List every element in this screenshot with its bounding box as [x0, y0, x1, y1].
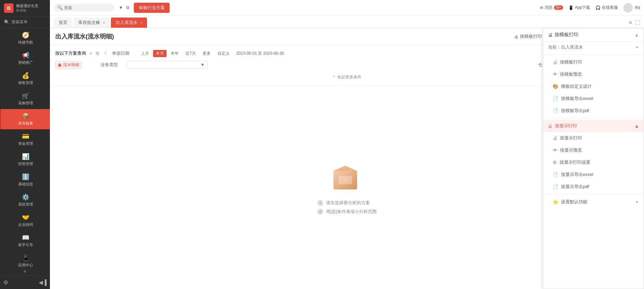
sidebar-item-app-center[interactable]: 📱 应用中心 [0, 251, 50, 267]
empty-illustration: ☆ [327, 161, 367, 194]
sidebar-item-operations[interactable]: 📊 经营管理 [0, 150, 50, 170]
top-header: 🔍 ▼ ⚙ 体验行业方案 ✉ 消息 99+ 📱 App下载 🎧 在线客服 Rit [50, 0, 644, 16]
header-search-bar[interactable]: 🔍 [54, 4, 115, 11]
dropdown-item-template-preview[interactable]: 👁 按模板预览 [543, 68, 644, 80]
dropdown-item-template-print[interactable]: 🖨 按模板打印 [543, 56, 644, 68]
tab-home[interactable]: 首页 [54, 18, 72, 28]
template-print-item-label: 按模板打印 [560, 59, 582, 65]
tab-flow[interactable]: 出入库流水 × [111, 18, 147, 28]
tab-batch-close[interactable]: × [103, 21, 105, 25]
tab-flow-close[interactable]: × [140, 21, 142, 25]
date-option-last-month[interactable]: 上月 [138, 50, 152, 57]
date-option-custom[interactable]: 自定义 [215, 50, 232, 57]
sidebar-item-marketing[interactable]: 📢 营销推广 [0, 48, 50, 69]
dropdown-title-label: 按模板打印 [555, 32, 578, 38]
biz-type-dropdown[interactable]: ▼ [127, 61, 208, 69]
dropdown-item-template-custom[interactable]: 🎨 模板自定义设计 [543, 80, 644, 93]
dropdown-item-display-print-settings[interactable]: ⚙ 按显示打印设置 [543, 156, 644, 168]
sidebar: B 畅捷通好生意 标准版 🔍 搜索菜单 🧭 快捷导航 📢 营销推广 💰 销售管理… [0, 0, 50, 289]
template-print-button[interactable]: 🖨 按模板打印 ▲ [514, 33, 547, 40]
sidebar-item-collab[interactable]: 🤝 企业协同 [0, 210, 50, 231]
filter-date-group: 单据日期 上月 本月 本年 近7天 更多 自定义 2023-06-01 至 20… [112, 50, 284, 57]
sidebar-settings-icon[interactable]: ⚙ [3, 279, 8, 286]
sidebar-item-sales[interactable]: 💰 销售管理 [0, 69, 50, 89]
app-download-icon: 📱 [568, 5, 574, 10]
header-gear-icon[interactable]: ⚙ [126, 5, 130, 10]
biz-type-label: 业务类型 [100, 62, 124, 68]
sidebar-item-finance[interactable]: 💳 资金管理 [0, 129, 50, 150]
template-print-item-icon: 🖨 [553, 59, 557, 65]
header-dropdown-icon[interactable]: ▼ [119, 5, 123, 10]
dropdown-section-display: 🖨 按显示打印 👁 按显示预览 ⚙ 按显示打印设置 📄 按显示导出excel 📄 [543, 132, 644, 193]
dropdown-section-default: ⭐ 设置默认功能 ▼ [543, 196, 644, 208]
tab-batch-account[interactable]: 库存批次账 × [74, 18, 110, 28]
display-excel-label: 按显示导出excel [561, 172, 593, 178]
dropdown-header: 🖨 按模板打印 ▲ [543, 28, 644, 42]
page-title: 出入库流水(流水明细) [55, 32, 114, 41]
template-print-label: 按模板打印 [520, 33, 542, 40]
dropdown-header-title: 🖨 按模板打印 [548, 32, 578, 38]
filter-gear-icon[interactable]: ⚙ [95, 51, 100, 56]
dropdown-item-set-default[interactable]: ⭐ 设置默认功能 ▼ [543, 196, 644, 208]
sidebar-item-label: 营销推广 [18, 60, 33, 65]
date-option-this-month[interactable]: 本月 [153, 50, 167, 57]
trial-button[interactable]: 体验行业方案 [134, 3, 170, 13]
dropdown-item-display-export-excel[interactable]: 📄 按显示导出excel [543, 168, 644, 181]
display-preview-icon: 👁 [553, 148, 557, 153]
date-option-this-year[interactable]: 本年 [168, 50, 181, 57]
filter-tag-label: 流水明细 [63, 62, 79, 68]
filter-tag-icon: ◉ [58, 62, 62, 68]
dropdown-item-display-preview[interactable]: 👁 按显示预览 [543, 144, 644, 156]
basic-icon: ℹ️ [22, 173, 29, 181]
dropdown-item-display-print[interactable]: 🖨 按显示打印 [543, 132, 644, 144]
sidebar-scroll-down[interactable]: ▼ [0, 267, 50, 275]
date-label: 单据日期 [112, 50, 136, 56]
sidebar-logo-info: 畅捷通好生意 标准版 [16, 3, 38, 13]
printer-icon: 🖨 [514, 34, 519, 39]
empty-svg: ☆ [327, 161, 367, 194]
tab-close-all-icon[interactable]: ✕ [628, 20, 633, 25]
display-settings-label: 按显示打印设置 [560, 159, 590, 165]
sidebar-item-purchase[interactable]: 🛒 采购管理 [0, 89, 50, 109]
dropdown-item-template-export-pdf[interactable]: 📄 按模板导出pdf [543, 105, 644, 117]
app-download-button[interactable]: 📱 App下载 [568, 5, 590, 10]
app-tag: 标准版 [16, 8, 38, 13]
sidebar-collapse-icon[interactable]: ◀▐ [39, 279, 47, 286]
filter-tag-flow[interactable]: ◉ 流水明细 [55, 61, 82, 69]
search-icon: 🔍 [4, 20, 9, 25]
display-settings-icon: ⚙ [553, 160, 557, 165]
date-option-more[interactable]: 更多 [200, 50, 213, 57]
sidebar-item-guide[interactable]: 📖 新手引导 [0, 231, 50, 251]
sidebar-item-basic[interactable]: ℹ️ 基础信息 [0, 170, 50, 190]
filter-add-icon[interactable]: ＋ [88, 50, 93, 57]
online-service-button[interactable]: 🎧 在线客服 [595, 5, 618, 10]
sidebar-item-label: 系统管理 [18, 202, 33, 207]
inventory-icon: 📦 [22, 112, 29, 120]
sidebar-item-inventory[interactable]: 📦 库存核算 [0, 109, 50, 129]
dropdown-item-display-export-pdf[interactable]: 📄 按显示导出pdf [543, 181, 644, 193]
header-search-icon: 🔍 [57, 5, 63, 10]
date-option-7days[interactable]: 近7天 [183, 50, 199, 57]
display-print-collapse-icon: ▲ [635, 124, 639, 129]
dropdown-item-template-export-excel[interactable]: 📄 按模板导出excel [543, 93, 644, 105]
sidebar-item-label: 新手引导 [18, 242, 33, 247]
message-button[interactable]: ✉ 消息 99+ [540, 5, 563, 10]
header-search-input[interactable] [64, 5, 111, 10]
user-area[interactable]: Rit [623, 3, 640, 12]
app-center-icon: 📱 [22, 254, 29, 262]
purchase-icon: 🛒 [22, 92, 29, 100]
dropdown-current[interactable]: 当前：出入库流水 ▼ [543, 42, 644, 53]
sidebar-item-quick-nav[interactable]: 🧭 快捷导航 [0, 28, 50, 48]
app-name: 畅捷通好生意 [16, 3, 38, 8]
sidebar-search[interactable]: 🔍 搜索菜单 [0, 17, 50, 28]
filter-collapse-icon[interactable]: 《 [102, 50, 107, 56]
tab-expand-icon[interactable]: ⛶ [635, 20, 640, 25]
guide-icon: 📖 [22, 234, 29, 241]
filter-actions: 按以下方案查询 ＋ ⚙ 《 [55, 50, 107, 57]
dropdown-toggle-icon[interactable]: ▲ [634, 32, 639, 37]
message-icon: ✉ [540, 5, 543, 10]
message-label: 消息 [545, 5, 553, 10]
app-logo-icon: B [4, 3, 13, 13]
dropdown-section-display-header[interactable]: 🖨 按显示打印 ▲ [543, 120, 644, 132]
sidebar-item-system[interactable]: ⚙️ 系统管理 [0, 190, 50, 210]
